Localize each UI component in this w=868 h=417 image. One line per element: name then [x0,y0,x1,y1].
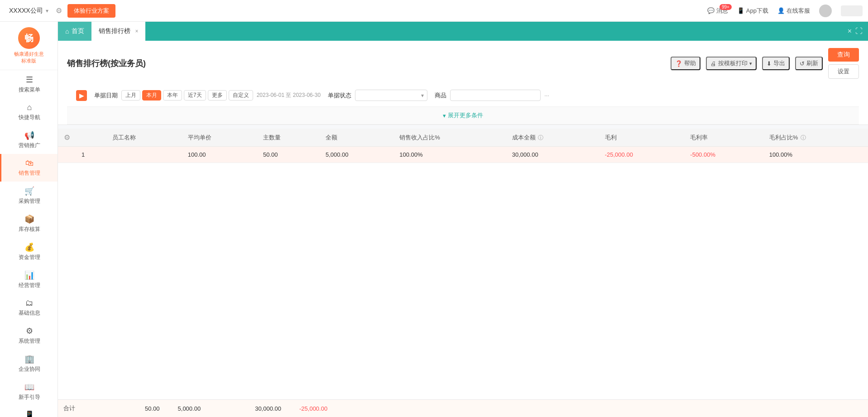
message-badge: 99+ [719,4,732,10]
search-order-icon: ☰ [26,75,33,85]
setting-button[interactable]: 设置 [828,64,859,79]
help-icon: ❓ [675,60,682,67]
expand-more-button[interactable]: ▾ 展开更多条件 [443,111,483,120]
maximize-icon[interactable]: ⛶ [855,27,863,35]
help-label: 帮助 [684,59,696,67]
expand-arrow-icon: ▶ [79,92,84,99]
header-row: ⚙ 员工名称 平均单价 主数量 [58,129,868,147]
gross-ratio-help-icon[interactable]: ⓘ [801,134,806,141]
template-print-label: 按模板打印 [718,59,748,67]
page-title-row: 销售排行榜(按业务员) ❓ 帮助 🖨 按模板打印 ▾ ⬇ [67,48,859,79]
status-select[interactable] [355,90,427,101]
home-icon: ⌂ [65,28,69,35]
cell-rank: 1 [76,147,107,163]
col-settings[interactable]: ⚙ [58,129,76,147]
tab-close-icon[interactable]: × [135,28,138,34]
sidebar-item-basic-info[interactable]: 🗂 基础信息 [0,294,58,321]
close-window-icon[interactable]: × [848,27,852,35]
sidebar-item-quick-nav[interactable]: ⌂ 快捷导航 [0,98,58,126]
col-gross-ratio: 毛利占比% ⓘ [764,129,868,147]
purchase-icon: 🛒 [24,186,34,196]
col-employee-name: 员工名称 [107,129,182,147]
sidebar-item-finance[interactable]: 💰 资金管理 [0,238,58,266]
goods-more-icon[interactable]: ··· [544,92,549,99]
tab-sales-rank[interactable]: 销售排行榜 × [91,22,145,41]
logo-subtitle2: 标准版 [14,58,44,64]
page-content: 销售排行榜(按业务员) ❓ 帮助 🖨 按模板打印 ▾ ⬇ [58,41,868,417]
sidebar-item-enterprise[interactable]: 🏢 企业协同 [0,350,58,378]
cell-gross-ratio: 100.00% [764,147,868,163]
user-name-placeholder [841,5,863,16]
sidebar-item-operations[interactable]: 📊 经营管理 [0,266,58,294]
sidebar-label-search: 搜索菜单 [19,86,40,94]
footer-cost: 30,000.00 [255,405,281,412]
filter-expand-button[interactable]: ▶ [76,90,87,101]
sales-rank-table: ⚙ 员工名称 平均单价 主数量 [58,129,868,163]
sidebar-label-sales: 销售管理 [19,169,40,177]
cell-cost: 30,000.00 [507,147,599,163]
online-service-item[interactable]: 👤 在线客服 [777,7,810,15]
company-name: XXXXX公司 [9,7,43,15]
date-btn-more[interactable]: 更多 [208,90,227,101]
app-download-item[interactable]: 📱 App下载 [737,7,768,15]
settings-icon[interactable]: ⚙ [56,6,62,15]
page-title: 销售排行榜(按业务员) [67,58,146,69]
tab-home[interactable]: ⌂ 首页 [58,22,91,41]
trial-button[interactable]: 体验行业方案 [67,4,115,18]
query-button[interactable]: 查询 [828,48,859,62]
table-wrapper: ⚙ 员工名称 平均单价 主数量 [58,129,868,399]
tab-bar: ⌂ 首页 销售排行榜 × × ⛶ [58,22,868,41]
table-settings-icon[interactable]: ⚙ [64,134,70,141]
sidebar-item-system[interactable]: ⚙ 系统管理 [0,321,58,350]
goods-filter-input[interactable] [450,90,541,101]
avatar[interactable] [819,5,832,17]
sidebar-item-guide[interactable]: 📖 新手引导 [0,378,58,406]
sidebar-item-purchase[interactable]: 🛒 采购管理 [0,182,58,210]
filter-row: ▶ 单据日期 上月 本月 本年 近7天 更多 自定义 2023-06-01 至 … [67,84,859,107]
inventory-icon: 📦 [24,214,34,224]
logo-char: 畅 [24,32,34,44]
col-sales-ratio: 销售收入占比% [394,129,507,147]
sidebar-item-search-order[interactable]: ☰ 搜索菜单 [0,70,58,98]
sidebar-item-marketing[interactable]: 📢 营销推广 [0,126,58,154]
date-btn-this-year[interactable]: 本年 [163,90,182,101]
refresh-button[interactable]: ↺ 刷新 [795,57,823,70]
export-label: 导出 [773,59,785,67]
logo-subtitle: 畅康通好生意 标准版 [14,51,44,64]
cell-main-qty: 50.00 [258,147,320,163]
cell-avg-price: 100.00 [182,147,258,163]
tab-bar-right: × ⛶ [848,27,868,35]
table-body: 1 100.00 50.00 [58,147,868,163]
message-item[interactable]: 💬 消息 99+ [707,7,728,15]
date-btn-this-month[interactable]: 本月 [142,90,161,101]
footer-amount: 5,000.00 [178,405,201,412]
cell-gross: -25,000.00 [599,147,685,163]
template-print-button[interactable]: 🖨 按模板打印 ▾ [706,57,757,70]
top-header: XXXXX公司 ▾ ⚙ 体验行业方案 💬 消息 99+ 📱 App下载 👤 在线… [0,0,868,22]
company-selector[interactable]: XXXXX公司 ▾ [5,5,52,17]
app-download-label: App下载 [746,7,768,15]
status-select-wrapper [355,90,427,101]
online-service-label: 在线客服 [786,7,810,15]
operations-icon: 📊 [24,270,34,280]
sidebar-item-sales[interactable]: 🛍 销售管理 [0,154,58,182]
page-header: 销售排行榜(按业务员) ❓ 帮助 🖨 按模板打印 ▾ ⬇ [58,41,868,125]
export-icon: ⬇ [767,60,772,67]
system-icon: ⚙ [26,326,33,336]
cell-employee-name [107,147,182,163]
footer-main-qty: 50.00 [145,405,160,412]
help-button[interactable]: ❓ 帮助 [671,57,700,70]
expand-more-icon: ▾ [443,112,446,119]
col-gross-rate: 毛利率 [685,129,763,147]
cost-help-icon[interactable]: ⓘ [538,134,543,141]
col-main-qty: 主数量 [258,129,320,147]
date-btn-7days[interactable]: 近7天 [184,90,206,101]
export-button[interactable]: ⬇ 导出 [762,57,790,70]
sidebar-item-app-center[interactable]: 📱 应用中心 [0,406,58,417]
main-layout: 畅 畅康通好生意 标准版 ☰ 搜索菜单 ⌂ 快捷导航 📢 营销推广 🛍 销售管理… [0,22,868,417]
date-btn-last-month[interactable]: 上月 [121,90,140,101]
sidebar-item-inventory[interactable]: 📦 库存核算 [0,210,58,238]
date-btn-custom[interactable]: 自定义 [229,90,253,101]
table-row: 1 100.00 50.00 [58,147,868,163]
date-options: 上月 本月 本年 近7天 更多 自定义 [121,90,253,101]
